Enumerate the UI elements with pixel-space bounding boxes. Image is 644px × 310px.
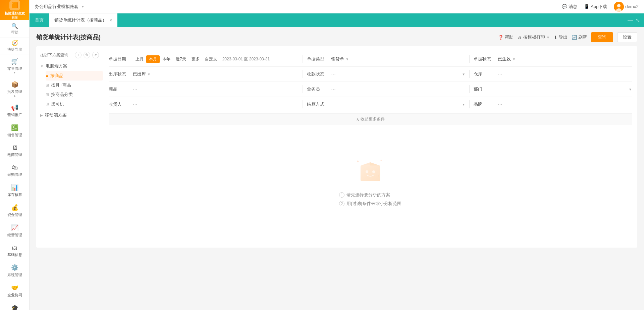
doc-status-cell: 单据状态 已生效 ▼ bbox=[474, 56, 632, 62]
brand-label: 品牌 bbox=[474, 101, 498, 107]
out-status-label: 出库状态 bbox=[109, 71, 133, 77]
refresh-btn[interactable]: 🔄 刷新 bbox=[572, 34, 587, 40]
date-btn-more[interactable]: 更多 bbox=[189, 55, 202, 63]
sidebar-item-wholesale[interactable]: 📦 批发管理 ▲ bbox=[0, 78, 29, 101]
sidebar-item-guide[interactable]: 🎓 新手引导 bbox=[0, 301, 29, 310]
receipt-status-input: ··· ▼ bbox=[331, 71, 465, 77]
date-btn-last-month[interactable]: 上月 bbox=[133, 55, 146, 63]
svg-text:✦: ✦ bbox=[356, 159, 360, 163]
salesman-dots[interactable]: ··· bbox=[331, 86, 335, 92]
minimize-btn[interactable]: — bbox=[628, 17, 633, 23]
tree-item-mobile[interactable]: ▶ 移动端方案 bbox=[36, 110, 103, 120]
search-icon: 🔍 bbox=[11, 23, 18, 29]
print-label: 按模板打印 bbox=[523, 34, 545, 40]
svg-text:✦: ✦ bbox=[377, 175, 379, 177]
doc-status-value: 已生效 bbox=[498, 56, 511, 62]
print-arrow: ▼ bbox=[546, 36, 550, 39]
tree-child-by-month-goods[interactable]: ⊞ 按月+商品 bbox=[46, 81, 103, 90]
sidebar-item-finance[interactable]: 💰 资金管理 bbox=[0, 201, 29, 221]
app-download-btn[interactable]: 📱 App下载 bbox=[584, 4, 607, 10]
tab-close-icon[interactable]: × bbox=[109, 18, 112, 22]
doc-type-select[interactable]: 销货单 ▼ bbox=[331, 56, 465, 62]
sep-1 bbox=[303, 55, 303, 63]
page-header: 销货单统计计表(按商品) ❓ 帮助 🖨 按模板打印 ▼ ⬇ 导出 🔄 刷新 bbox=[36, 32, 637, 42]
quick-nav-item[interactable]: 🧭 快捷导航 bbox=[0, 38, 29, 54]
export-btn[interactable]: ⬇ 导出 bbox=[554, 34, 568, 40]
brand-dots[interactable]: ··· bbox=[498, 101, 502, 107]
recipient-dots[interactable]: ··· bbox=[133, 101, 137, 107]
page-content: 销货单统计计表(按商品) ❓ 帮助 🖨 按模板打印 ▼ ⬇ 导出 🔄 刷新 bbox=[30, 27, 644, 310]
help-btn[interactable]: ❓ 帮助 bbox=[498, 34, 514, 40]
doc-status-select[interactable]: 已生效 ▼ bbox=[498, 56, 632, 62]
plus-icon: + bbox=[77, 53, 79, 57]
goods-dots[interactable]: ··· bbox=[133, 86, 137, 92]
quick-nav-label: 快捷导航 bbox=[7, 47, 22, 52]
collapse-btn[interactable]: ∧ 收起更多条件 bbox=[109, 113, 632, 125]
maximize-btn[interactable]: ⤡ bbox=[636, 17, 640, 23]
query-btn[interactable]: 查询 bbox=[591, 32, 613, 42]
out-status-select[interactable]: 已出库 ▼ bbox=[133, 71, 299, 77]
settings-btn[interactable]: 设置 bbox=[617, 32, 637, 42]
sep-8 bbox=[469, 100, 470, 108]
sidebar-item-ops[interactable]: 📈 经营管理 bbox=[0, 221, 29, 241]
empty-tip-1: 1 请先选择要分析的方案 bbox=[339, 192, 401, 198]
search-menu-item[interactable]: 🔍 帮助 bbox=[0, 20, 29, 38]
receipt-status-dots[interactable]: ··· bbox=[331, 71, 335, 77]
salesman-label: 业务员 bbox=[307, 86, 331, 92]
collapse-panel-btn[interactable]: « bbox=[92, 52, 99, 58]
sidebar-item-ecommerce[interactable]: 🖥 电商管理 bbox=[0, 141, 29, 161]
sidebar-item-retail[interactable]: 🛒 零售管理 ▼ bbox=[0, 54, 29, 78]
add-scheme-btn[interactable]: + bbox=[75, 52, 82, 58]
brand-cell: 品牌 ··· bbox=[474, 101, 632, 107]
date-btn-7days[interactable]: 近7天 bbox=[173, 55, 189, 63]
empty-illustration: ✦ ✦ ✦ bbox=[354, 152, 387, 185]
tree-arrow-desktop: ▼ bbox=[40, 64, 44, 68]
sidebar-item-enterprise[interactable]: 🤝 企业协同 bbox=[0, 281, 29, 301]
edit-scheme-btn[interactable]: ✎ bbox=[84, 52, 90, 58]
content-layout: 按以下方案查询 + ✎ « bbox=[36, 46, 637, 248]
recipient-input: ··· bbox=[133, 101, 299, 107]
tree-item-desktop[interactable]: ▼ 电脑端方案 bbox=[36, 61, 103, 71]
receipt-status-arrow: ▼ bbox=[462, 72, 465, 76]
purchase-label: 采购管理 bbox=[7, 172, 22, 177]
by-goods-label: 按商品 bbox=[50, 73, 63, 79]
tab-active-label: 销货单统计计表（按商品） bbox=[54, 17, 107, 23]
system-label: 系统管理 bbox=[7, 272, 22, 277]
collapse-chevron: ∧ bbox=[356, 117, 359, 122]
sidebar-item-marketing[interactable]: 📢 营销推广 bbox=[0, 101, 29, 121]
industry-selector[interactable]: 办公用品行业模拟账套 ▼ bbox=[35, 4, 85, 10]
sidebar-item-inventory[interactable]: 📊 库存核算 bbox=[0, 180, 29, 201]
tree-child-by-driver[interactable]: ⊞ 按司机 bbox=[46, 99, 103, 109]
tree-child-by-category[interactable]: ⊞ 按商品分类 bbox=[46, 90, 103, 99]
username: demo2 bbox=[625, 4, 639, 9]
collapse-icon: « bbox=[95, 53, 97, 57]
sidebar-item-basic[interactable]: 🗂 基础信息 bbox=[0, 241, 29, 261]
receipt-status-label: 收款状态 bbox=[307, 71, 331, 77]
sidebar-item-sales[interactable]: 💹 销售管理 bbox=[0, 121, 29, 141]
payment-input: ▼ bbox=[331, 103, 465, 106]
user-menu[interactable]: demo2 bbox=[614, 2, 639, 12]
date-btn-this-year[interactable]: 本年 bbox=[160, 55, 173, 63]
empty-tip-2: 2 用[过滤]条件来缩小分析范围 bbox=[339, 201, 401, 207]
print-btn[interactable]: 🖨 按模板打印 ▼ bbox=[518, 34, 550, 40]
date-btn-custom[interactable]: 自定义 bbox=[202, 55, 220, 63]
warehouse-dots[interactable]: ··· bbox=[498, 71, 502, 77]
refresh-icon: 🔄 bbox=[572, 35, 577, 40]
enterprise-label: 企业协同 bbox=[7, 293, 22, 298]
messages-btn[interactable]: 💬 消息 bbox=[562, 4, 577, 10]
tab-active[interactable]: 销货单统计计表（按商品） × bbox=[49, 13, 117, 27]
tab-home[interactable]: 首页 bbox=[30, 13, 49, 27]
out-status-cell: 出库状态 已出库 ▼ bbox=[109, 71, 299, 77]
sidebar-item-system[interactable]: ⚙️ 系统管理 bbox=[0, 261, 29, 281]
date-filter-controls: 上月 本月 本年 近7天 更多 自定义 2023-03-01 至 2023-03… bbox=[133, 55, 270, 63]
tree-child-by-goods[interactable]: ● 按商品 bbox=[46, 71, 103, 81]
grid-icon-3: ⊞ bbox=[46, 102, 49, 106]
right-panel: 单据日期 上月 本月 本年 近7天 更多 自定义 2023-03-01 至 20… bbox=[103, 46, 637, 248]
sidebar-item-purchase[interactable]: 🛍 采购管理 bbox=[0, 161, 29, 180]
page-actions: ❓ 帮助 🖨 按模板打印 ▼ ⬇ 导出 🔄 刷新 查询 bbox=[498, 32, 637, 42]
sidebar-logo[interactable]: 🟧 畅捷通好生意 标版 bbox=[0, 0, 30, 20]
by-category-label: 按商品分类 bbox=[51, 92, 73, 98]
logo-icon: 🟧 bbox=[9, 0, 20, 10]
collapse-label: 收起更多条件 bbox=[361, 116, 385, 122]
date-btn-this-month[interactable]: 本月 bbox=[146, 55, 160, 63]
